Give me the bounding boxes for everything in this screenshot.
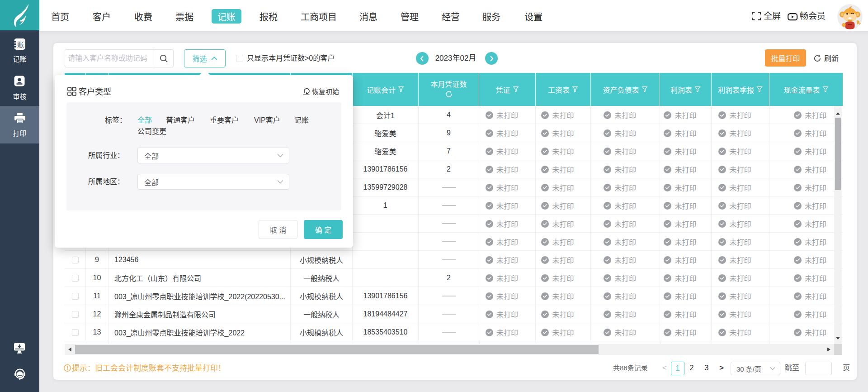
svg-text:账: 账 <box>17 41 24 48</box>
